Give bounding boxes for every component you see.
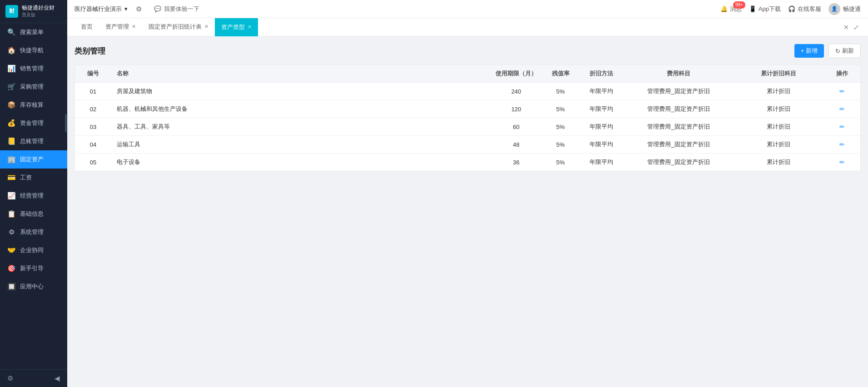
- sidebar-item-icon-payroll: 💳: [7, 174, 15, 182]
- tab-close-fixed-asset-report[interactable]: ✕: [204, 24, 208, 30]
- tab-close-asset-type[interactable]: ✕: [248, 24, 252, 30]
- app-download-label: App下载: [759, 5, 781, 13]
- topbar: 医疗器械行业演示 ▾ ⚙ 💬 我要体验一下 🔔 消息 99+ 📱 App下载 🎧…: [67, 0, 868, 18]
- cell-5-row-0: 管理费用_固定资产折旧: [624, 83, 733, 100]
- sidebar-item-payroll[interactable]: 💳 工资: [0, 169, 67, 187]
- sidebar-item-search[interactable]: 🔍 搜索菜单: [0, 23, 67, 41]
- sidebar-item-enterprise[interactable]: 🤝 企业协同: [0, 241, 67, 259]
- topbar-settings-icon[interactable]: ⚙: [132, 3, 145, 15]
- edit-icon-row-2[interactable]: ✏: [839, 123, 845, 130]
- sidebar-item-guide[interactable]: 🎯 新手引导: [0, 259, 67, 278]
- edit-button-row-1[interactable]: ✏: [824, 100, 860, 118]
- cell-4-row-1: 年限平均: [579, 100, 624, 118]
- expand-window-icon[interactable]: ⤢: [853, 24, 859, 31]
- company-selector[interactable]: 医疗器械行业演示 ▾: [74, 5, 128, 13]
- cell-5-row-3: 管理费用_固定资产折旧: [624, 136, 733, 154]
- app-download-button[interactable]: 📱 App下载: [749, 5, 781, 13]
- page-actions: + 新增 ↻ 刷新: [794, 44, 861, 58]
- cell-2-row-3: 48: [490, 136, 542, 154]
- table-row: 04运输工具485%年限平均管理费用_固定资产折旧累计折旧✏: [75, 136, 860, 154]
- tab-asset-type[interactable]: 资产类型✕: [215, 18, 258, 36]
- sidebar-item-label-purchase: 采购管理: [20, 83, 44, 91]
- sidebar-item-inventory[interactable]: 📦 库存核算: [0, 96, 67, 114]
- cell-5-row-1: 管理费用_固定资产折旧: [624, 100, 733, 118]
- sidebar-item-sys-mgmt[interactable]: ⚙ 系统管理: [0, 223, 67, 241]
- sidebar-item-quick-nav[interactable]: 🏠 快捷导航: [0, 41, 67, 60]
- sidebar-item-label-payroll: 工资: [20, 174, 32, 182]
- sidebar-item-ops[interactable]: 📈 经营管理: [0, 187, 67, 205]
- edit-icon-row-0[interactable]: ✏: [839, 88, 845, 95]
- edit-button-row-2[interactable]: ✏: [824, 118, 860, 136]
- sidebar-item-basic-info[interactable]: 📋 基础信息: [0, 205, 67, 223]
- sidebar-scrollbar-track[interactable]: [64, 23, 67, 369]
- tab-asset-mgmt[interactable]: 资产管理✕: [99, 18, 142, 36]
- table-row: 01房屋及建筑物2405%年限平均管理费用_固定资产折旧累计折旧✏: [75, 83, 860, 100]
- new-button[interactable]: + 新增: [794, 44, 824, 58]
- cell-2-row-0: 240: [490, 83, 542, 100]
- sidebar-item-fund[interactable]: 💰 资金管理: [0, 114, 67, 132]
- app-subtitle: 普及版: [22, 12, 55, 18]
- topbar-right: 🔔 消息 99+ 📱 App下载 🎧 在线客服 👤 畅捷通: [720, 3, 861, 15]
- th-6: 累计折旧科目: [733, 65, 824, 83]
- cell-4-row-3: 年限平均: [579, 136, 624, 154]
- sidebar-item-label-fund: 资金管理: [20, 119, 44, 127]
- edit-button-row-4[interactable]: ✏: [824, 154, 860, 171]
- tab-fixed-asset-report[interactable]: 固定资产折旧统计表✕: [142, 18, 215, 36]
- edit-icon-row-4[interactable]: ✏: [839, 159, 845, 166]
- sidebar-item-label-quick-nav: 快捷导航: [20, 46, 44, 55]
- edit-button-row-3[interactable]: ✏: [824, 136, 860, 154]
- cell-0-row-2: 03: [75, 118, 111, 136]
- th-7: 操作: [824, 65, 860, 83]
- cell-6-row-2: 累计折旧: [733, 118, 824, 136]
- main-content: 医疗器械行业演示 ▾ ⚙ 💬 我要体验一下 🔔 消息 99+ 📱 App下载 🎧…: [67, 0, 868, 387]
- app-title: 畅捷通好业财: [22, 5, 55, 12]
- experience-label: 我要体验一下: [164, 5, 199, 13]
- sidebar-item-label-basic-info: 基础信息: [20, 210, 44, 218]
- company-name: 医疗器械行业演示: [74, 5, 122, 13]
- cell-2-row-2: 60: [490, 118, 542, 136]
- close-window-icon[interactable]: ✕: [843, 24, 849, 31]
- cell-6-row-0: 累计折旧: [733, 83, 824, 100]
- sidebar-item-icon-fixed-asset: 🏢: [7, 155, 15, 164]
- asset-type-table: 编号名称使用期限（月）残值率折旧方法费用科目累计折旧科目操作 01房屋及建筑物2…: [75, 65, 860, 171]
- tabs-bar: 首页资产管理✕固定资产折旧统计表✕资产类型✕ ✕ ⤢: [67, 18, 868, 36]
- edit-button-row-0[interactable]: ✏: [824, 83, 860, 100]
- cell-1-row-4: 电子设备: [111, 154, 490, 171]
- notification-icon: 🔔: [720, 5, 728, 12]
- app-download-icon: 📱: [749, 5, 756, 12]
- sidebar-item-fixed-asset[interactable]: 🏢 固定资产: [0, 150, 67, 169]
- sidebar-scrollbar-thumb[interactable]: [65, 114, 67, 132]
- sidebar-item-ledger[interactable]: 📒 总账管理: [0, 132, 67, 150]
- sidebar-item-app-center[interactable]: 🔲 应用中心: [0, 278, 67, 296]
- refresh-button[interactable]: ↻ 刷新: [828, 44, 861, 58]
- sidebar-header: 财 畅捷通好业财 普及版: [0, 0, 67, 23]
- sidebar-item-purchase[interactable]: 🛒 采购管理: [0, 78, 67, 96]
- user-name: 畅捷通: [843, 5, 861, 13]
- sidebar-item-sales[interactable]: 📊 销售管理: [0, 60, 67, 78]
- cell-0-row-0: 01: [75, 83, 111, 100]
- data-table: 编号名称使用期限（月）残值率折旧方法费用科目累计折旧科目操作 01房屋及建筑物2…: [74, 64, 861, 171]
- collapse-icon[interactable]: ◀: [55, 374, 60, 382]
- table-body: 01房屋及建筑物2405%年限平均管理费用_固定资产折旧累计折旧✏02机器、机械…: [75, 83, 860, 171]
- cell-5-row-4: 管理费用_固定资产折旧: [624, 154, 733, 171]
- cell-4-row-0: 年限平均: [579, 83, 624, 100]
- cell-3-row-2: 5%: [542, 118, 579, 136]
- experience-button[interactable]: 💬 我要体验一下: [149, 3, 204, 15]
- sidebar: 财 畅捷通好业财 普及版 🔍 搜索菜单 🏠 快捷导航 📊 销售管理 🛒 采购管理…: [0, 0, 67, 387]
- cell-0-row-3: 04: [75, 136, 111, 154]
- settings-icon[interactable]: ⚙: [7, 374, 13, 382]
- online-service-button[interactable]: 🎧 在线客服: [788, 5, 821, 13]
- th-3: 残值率: [542, 65, 579, 83]
- tab-home[interactable]: 首页: [74, 18, 99, 36]
- edit-icon-row-1[interactable]: ✏: [839, 105, 845, 113]
- cell-5-row-2: 管理费用_固定资产折旧: [624, 118, 733, 136]
- tab-label-asset-type: 资产类型: [221, 23, 245, 31]
- tab-close-asset-mgmt[interactable]: ✕: [132, 24, 136, 30]
- cell-2-row-4: 36: [490, 154, 542, 171]
- edit-icon-row-3[interactable]: ✏: [839, 141, 845, 148]
- user-profile-button[interactable]: 👤 畅捷通: [828, 3, 861, 15]
- cell-3-row-3: 5%: [542, 136, 579, 154]
- notification-button[interactable]: 🔔 消息 99+: [720, 5, 742, 13]
- cell-3-row-1: 5%: [542, 100, 579, 118]
- sidebar-item-icon-purchase: 🛒: [7, 83, 15, 91]
